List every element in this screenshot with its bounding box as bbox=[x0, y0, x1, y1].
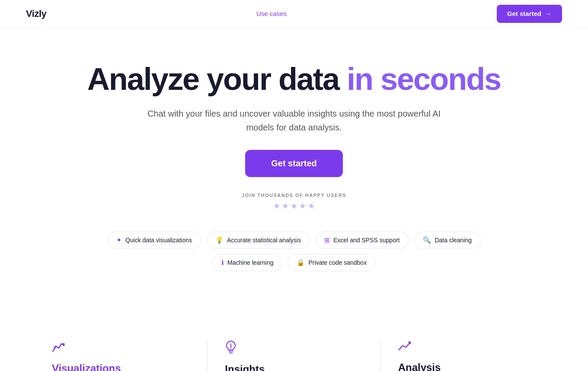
insights-icon bbox=[225, 340, 363, 357]
star-4: ★ bbox=[299, 201, 306, 211]
visualizations-icon bbox=[52, 340, 190, 356]
analysis-icon bbox=[398, 340, 536, 355]
feature-insights: Insights Chat with your data and uncover… bbox=[208, 332, 380, 371]
pill-machine-learning[interactable]: ℹ Machine learning bbox=[212, 254, 283, 271]
hero-title-part1: Analyze your data bbox=[87, 62, 339, 96]
pill-label: Machine learning bbox=[227, 259, 274, 266]
nav-links: Use cases bbox=[256, 10, 287, 17]
hero-subtitle: Chat with your files and uncover valuabl… bbox=[147, 107, 441, 134]
hero-title: Analyze your data in seconds bbox=[26, 62, 562, 96]
visualizations-title: Visualizations bbox=[52, 362, 190, 371]
pill-private-sandbox[interactable]: 🔒 Private code sandbox bbox=[288, 254, 376, 271]
pill-statistical-analysis[interactable]: 💡 Accurate statistical analysis bbox=[206, 231, 310, 249]
svg-rect-1 bbox=[229, 351, 233, 352]
bulb-icon: 💡 bbox=[215, 236, 224, 244]
star-2: ★ bbox=[282, 201, 289, 211]
navbar: Vizly Use cases Get started → bbox=[0, 0, 588, 28]
svg-point-4 bbox=[230, 348, 231, 349]
info-icon: ℹ bbox=[221, 259, 224, 266]
svg-rect-2 bbox=[229, 352, 233, 353]
feature-pills: ✦ Quick data visualizations 💡 Accurate s… bbox=[99, 231, 489, 271]
hero-get-started-button[interactable]: Get started bbox=[245, 150, 343, 177]
insights-title: Insights bbox=[225, 363, 363, 371]
pill-excel-spss[interactable]: ⊞ Excel and SPSS support bbox=[315, 231, 409, 249]
social-proof: JOIN THOUSANDS OF HAPPY USERS ★ ★ ★ ★ ★ bbox=[26, 193, 562, 211]
feature-visualizations: Visualizations Automatically create inte… bbox=[26, 332, 207, 371]
pill-quick-visualizations[interactable]: ✦ Quick data visualizations bbox=[107, 231, 201, 249]
pill-label: Private code sandbox bbox=[308, 259, 367, 266]
lock-icon: 🔒 bbox=[297, 259, 305, 266]
feature-analysis: Analysis Perform complex analysis and ge… bbox=[381, 332, 562, 371]
svg-point-0 bbox=[53, 348, 55, 350]
arrow-icon: → bbox=[545, 10, 552, 18]
hero-section: Analyze your data in seconds Chat with y… bbox=[0, 28, 588, 323]
sparkle-icon: ✦ bbox=[116, 236, 122, 244]
pill-label: Accurate statistical analysis bbox=[227, 237, 301, 244]
social-proof-text: JOIN THOUSANDS OF HAPPY USERS bbox=[242, 193, 346, 198]
pill-label: Quick data visualizations bbox=[125, 237, 192, 244]
pill-data-cleaning[interactable]: 🔍 Data cleaning bbox=[414, 231, 481, 249]
grid-icon: ⊞ bbox=[324, 236, 330, 244]
star-5: ★ bbox=[308, 201, 315, 211]
stars: ★ ★ ★ ★ ★ bbox=[273, 201, 315, 211]
nav-get-started-button[interactable]: Get started → bbox=[497, 5, 562, 23]
logo: Vizly bbox=[26, 8, 46, 19]
star-1: ★ bbox=[273, 201, 280, 211]
analysis-title: Analysis bbox=[398, 361, 536, 371]
star-3: ★ bbox=[291, 201, 297, 211]
features-section: Visualizations Automatically create inte… bbox=[0, 323, 588, 371]
pill-label: Excel and SPSS support bbox=[333, 237, 399, 244]
nav-link-use-cases[interactable]: Use cases bbox=[256, 10, 287, 17]
search-icon: 🔍 bbox=[423, 236, 431, 244]
pill-label: Data cleaning bbox=[435, 237, 472, 244]
hero-title-part2: in seconds bbox=[347, 62, 501, 96]
